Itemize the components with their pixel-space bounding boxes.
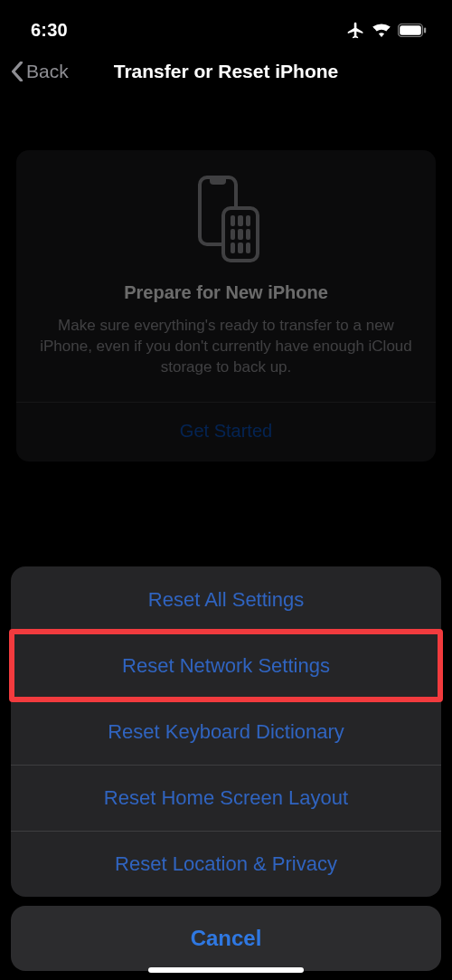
wifi-icon — [372, 23, 391, 37]
page-title: Transfer or Reset iPhone — [114, 61, 339, 82]
reset-keyboard-dictionary-button[interactable]: Reset Keyboard Dictionary — [11, 699, 441, 765]
chevron-left-icon — [11, 62, 24, 81]
back-button[interactable]: Back — [11, 61, 69, 82]
reset-home-screen-layout-button[interactable]: Reset Home Screen Layout — [11, 765, 441, 831]
status-time: 6:30 — [31, 20, 68, 41]
action-sheet: Reset All Settings Reset Network Setting… — [0, 566, 452, 980]
navigation-bar: Back Transfer or Reset iPhone — [0, 49, 452, 98]
battery-icon — [398, 24, 427, 37]
airplane-mode-icon — [346, 21, 365, 40]
transfer-phones-icon — [193, 176, 259, 262]
reset-all-settings-button[interactable]: Reset All Settings — [11, 566, 441, 633]
action-sheet-options: Reset All Settings Reset Network Setting… — [11, 566, 441, 897]
prepare-body: Make sure everything's ready to transfer… — [36, 316, 416, 378]
reset-network-settings-button[interactable]: Reset Network Settings — [11, 633, 441, 699]
get-started-button[interactable]: Get Started — [36, 403, 416, 461]
cancel-button[interactable]: Cancel — [11, 906, 441, 971]
status-bar: 6:30 — [0, 0, 452, 49]
svg-rect-1 — [400, 25, 421, 35]
page-content-dimmed: Prepare for New iPhone Make sure everyth… — [0, 98, 452, 461]
reset-location-privacy-button[interactable]: Reset Location & Privacy — [11, 831, 441, 897]
svg-rect-2 — [424, 27, 426, 33]
back-label: Back — [26, 61, 69, 82]
prepare-title: Prepare for New iPhone — [36, 282, 416, 303]
status-icons — [346, 21, 427, 40]
home-indicator[interactable] — [148, 967, 304, 973]
prepare-card: Prepare for New iPhone Make sure everyth… — [16, 150, 436, 461]
